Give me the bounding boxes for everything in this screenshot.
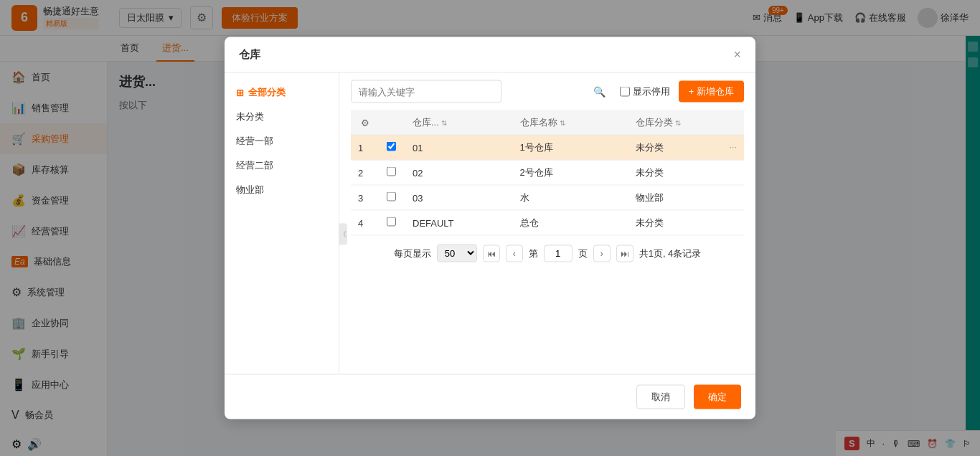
cat-item-label: 未分类 (236, 111, 264, 122)
modal-footer: 取消 确定 (225, 374, 755, 419)
row-name: 2号仓库 (513, 160, 628, 185)
row-code: 03 (405, 185, 513, 210)
page-number-input[interactable] (544, 244, 573, 262)
grid-icon: ⊞ (236, 87, 244, 98)
table-row[interactable]: 1 01 1号仓库 未分类 ··· (351, 135, 744, 160)
total-info: 共1页, 4条记录 (639, 247, 702, 260)
row-name: 水 (513, 185, 628, 210)
row-index: 2 (351, 160, 380, 185)
col-code: 仓库... ⇅ (405, 110, 513, 136)
page-unit: 页 (578, 247, 588, 260)
per-page-label: 每页显示 (394, 247, 431, 260)
table-row[interactable]: 4 DEFAULT 总仓 未分类 (351, 210, 744, 235)
per-page-select[interactable]: 50 100 (437, 244, 477, 262)
row-name: 1号仓库 (513, 135, 628, 160)
row-code: DEFAULT (405, 210, 513, 235)
modal-header: 仓库 × (225, 37, 755, 73)
row-name: 总仓 (513, 210, 628, 235)
row-checkbox[interactable] (387, 142, 396, 151)
row-checkbox[interactable] (387, 217, 396, 227)
page-label: 第 (529, 247, 538, 260)
table-row[interactable]: 2 02 2号仓库 未分类 (351, 160, 744, 185)
collapse-panel-button[interactable]: 《 (339, 224, 347, 245)
cat-item-label: 经营一部 (236, 136, 273, 146)
show-disabled-checkbox[interactable] (620, 87, 630, 97)
row-index: 1 (351, 135, 380, 160)
next-page-button[interactable]: › (593, 244, 611, 262)
row-code: 01 (405, 135, 513, 160)
modal-title: 仓库 (239, 48, 260, 62)
modal-body: 《 ⊞ 全部分类 未分类 经营一部 经营二部 物业部 (225, 73, 755, 374)
col-checkbox (380, 110, 405, 136)
row-actions: ··· (729, 141, 737, 152)
prev-page-button[interactable]: ‹ (506, 244, 523, 262)
cancel-button[interactable]: 取消 (636, 385, 685, 409)
row-code: 02 (405, 160, 513, 185)
table-row[interactable]: 3 03 水 物业部 (351, 185, 744, 210)
category-item-property[interactable]: 物业部 (225, 178, 339, 202)
cat-item-label: 物业部 (236, 184, 264, 195)
row-index: 4 (351, 210, 380, 235)
all-categories-label: 全部分类 (248, 86, 286, 99)
row-checkbox[interactable] (387, 192, 396, 201)
row-index: 3 (351, 185, 380, 210)
row-checkbox-cell[interactable] (380, 185, 405, 210)
cat-item-label: 经营二部 (236, 160, 273, 171)
modal-close-button[interactable]: × (733, 47, 741, 62)
last-page-button[interactable]: ⏭ (616, 244, 633, 262)
table-panel: 🔍 显示停用 + 新增仓库 ⚙ 仓库... ⇅ 仓库名称 ⇅ 仓库分类 ⇅ (339, 73, 755, 374)
row-checkbox-cell[interactable] (380, 160, 405, 185)
search-wrap: 🔍 (351, 80, 611, 103)
row-category: 未分类 ··· (628, 135, 744, 160)
col-name: 仓库名称 ⇅ (513, 110, 628, 136)
warehouse-modal: 仓库 × 《 ⊞ 全部分类 未分类 经营一部 经营二部 物业部 (225, 37, 755, 419)
category-panel: 《 ⊞ 全部分类 未分类 经营一部 经营二部 物业部 (225, 73, 339, 374)
first-page-button[interactable]: ⏮ (483, 244, 500, 262)
row-category: 物业部 (628, 185, 744, 210)
row-category: 未分类 (628, 160, 744, 185)
col-gear: ⚙ (351, 110, 380, 136)
warehouse-table: ⚙ 仓库... ⇅ 仓库名称 ⇅ 仓库分类 ⇅ 1 01 1号仓库 未分类 ··… (351, 110, 744, 236)
row-checkbox-cell[interactable] (380, 210, 405, 235)
search-icon[interactable]: 🔍 (593, 86, 606, 98)
all-categories-item[interactable]: ⊞ 全部分类 (225, 80, 339, 105)
col-category: 仓库分类 ⇅ (628, 110, 744, 136)
add-warehouse-button[interactable]: + 新增仓库 (679, 81, 744, 103)
category-item-dept2[interactable]: 经营二部 (225, 153, 339, 178)
confirm-button[interactable]: 确定 (694, 385, 741, 409)
row-checkbox[interactable] (387, 167, 396, 176)
category-item-unclassified[interactable]: 未分类 (225, 105, 339, 129)
search-input[interactable] (351, 80, 501, 103)
pagination: 每页显示 50 100 ⏮ ‹ 第 页 › ⏭ 共1页, 4条记录 (351, 236, 744, 271)
row-checkbox-cell[interactable] (380, 135, 405, 160)
table-toolbar: 🔍 显示停用 + 新增仓库 (351, 80, 744, 103)
show-disabled-label[interactable]: 显示停用 (620, 85, 670, 98)
category-item-dept1[interactable]: 经营一部 (225, 129, 339, 153)
row-category: 未分类 (628, 210, 744, 235)
